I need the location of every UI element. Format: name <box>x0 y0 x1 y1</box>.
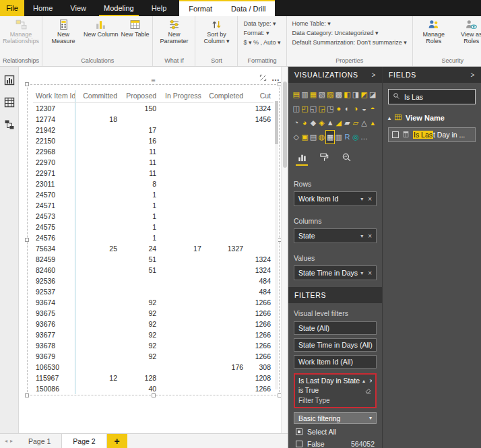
clear-filter-icon[interactable] <box>364 387 372 394</box>
visual-type-icon[interactable]: ◎ <box>352 131 360 143</box>
select-all-checkbox[interactable] <box>296 428 302 435</box>
ribbon-control-home-table[interactable]: Home Table: ▾ <box>292 20 407 27</box>
visual-type-icon[interactable]: … <box>360 131 368 143</box>
visual-type-icon[interactable]: ◑ <box>352 102 360 115</box>
chevron-down-icon[interactable]: ▾ <box>360 233 363 239</box>
ribbon-control-data-category-uncategorized[interactable]: Data Category: Uncategorized ▾ <box>292 30 407 36</box>
ribbon-control-auto[interactable]: $ ▾ % , Auto ▾ <box>243 39 280 46</box>
column-header-committed[interactable]: Committed <box>75 90 120 103</box>
collapse-filter-icon[interactable]: ▴ <box>360 378 365 384</box>
new-page-button[interactable]: + <box>107 434 127 448</box>
ribbon-control-format[interactable]: Format: ▾ <box>243 30 280 36</box>
new-measure-button[interactable]: New Measure <box>44 18 82 46</box>
visual-type-icon[interactable]: ◐ <box>344 102 352 115</box>
visual-type-icon[interactable]: ◰ <box>301 102 309 115</box>
tab-format[interactable] <box>319 152 329 163</box>
collapse-chevron-icon[interactable]: ▴ <box>388 115 391 121</box>
visual-type-icon[interactable]: ◈ <box>318 117 326 129</box>
page-tab-page-2[interactable]: Page 2 <box>61 434 106 448</box>
filter-option-false[interactable]: False 564052 <box>296 440 375 448</box>
visual-type-icon[interactable]: ◔ <box>292 117 300 129</box>
tab-help[interactable]: Help <box>143 0 176 16</box>
visual-type-icon[interactable]: ▤ <box>292 88 300 101</box>
ribbon-control-data-type[interactable]: Data type: ▾ <box>243 20 280 27</box>
table-row[interactable]: 93678921266 <box>33 340 274 351</box>
collapse-panel-icon[interactable]: > <box>371 71 376 79</box>
visual-type-icon[interactable]: ▣ <box>301 131 309 143</box>
values-well[interactable]: State Time in Days ▾ × <box>294 265 377 280</box>
rows-well[interactable]: Work Item Id ▾ × <box>294 191 377 206</box>
collapse-panel-icon[interactable]: > <box>470 71 475 79</box>
table-row[interactable]: 245731 <box>33 211 274 222</box>
table-row[interactable]: 93677921266 <box>33 329 274 340</box>
report-canvas[interactable]: ≡ … Work Item IdCommittedProposedIn Prog… <box>19 67 288 433</box>
remove-filter-icon[interactable]: × <box>369 377 372 385</box>
table-row[interactable]: 93675921266 <box>33 308 274 319</box>
visual-type-icon[interactable]: ▱ <box>352 117 360 129</box>
visual-type-icon-selected[interactable]: ▦ <box>326 131 334 143</box>
visual-type-icon[interactable]: ◢ <box>335 117 343 129</box>
visual-type-icon[interactable]: ▩ <box>335 88 343 101</box>
tab-format[interactable]: Format <box>179 1 222 16</box>
filter-chip-state-time-in-days-all[interactable]: State Time in Days (All) <box>294 338 377 352</box>
false-checkbox[interactable] <box>296 441 302 447</box>
visual-type-icon[interactable]: ▥ <box>301 88 309 101</box>
table-row[interactable]: 12774181456 <box>33 114 274 125</box>
prev-page-icon[interactable]: ◂ <box>5 438 7 444</box>
next-page-icon[interactable]: ▸ <box>10 438 13 444</box>
visual-type-icon[interactable]: ◩ <box>360 88 368 101</box>
visual-type-icon[interactable]: ▰ <box>344 117 352 129</box>
resize-handle[interactable] <box>25 238 29 242</box>
table-row[interactable]: 93676921266 <box>33 319 274 329</box>
table-row[interactable]: 2297011 <box>33 157 274 168</box>
table-row[interactable]: 230118 <box>33 179 274 189</box>
visual-type-icon[interactable]: ▴ <box>368 117 377 129</box>
visual-type-icon[interactable]: R <box>344 131 352 143</box>
remove-field-icon[interactable]: × <box>368 269 372 277</box>
field-checkbox[interactable] <box>392 131 399 138</box>
table-visual[interactable]: ≡ … Work Item IdCommittedProposedIn Prog… <box>27 84 280 395</box>
tab-data-drill[interactable]: Data / Drill <box>222 1 275 16</box>
column-header-work-item-id[interactable]: Work Item Id <box>33 90 75 103</box>
view-as-roles-button[interactable]: View as Roles <box>453 18 481 46</box>
table-row[interactable]: 106530176308 <box>33 362 274 373</box>
table-row[interactable]: 93679921266 <box>33 351 274 362</box>
visual-type-icon[interactable]: ◲ <box>318 102 326 115</box>
remove-field-icon[interactable]: × <box>368 232 372 240</box>
new-column-button[interactable]: New Column <box>82 18 120 38</box>
visual-type-icon[interactable]: ◳ <box>326 102 334 115</box>
column-header-cut[interactable]: Cut <box>246 90 274 103</box>
scrollbar-thumb[interactable] <box>283 82 287 168</box>
remove-field-icon[interactable]: × <box>368 195 372 203</box>
visual-type-icon[interactable]: ▥ <box>335 131 343 143</box>
chevron-down-icon[interactable]: ▾ <box>360 270 363 276</box>
field-table-view-name[interactable]: ▴ View Name <box>388 113 476 123</box>
table-row[interactable]: 2215016 <box>33 135 274 146</box>
scrollbar-thumb[interactable] <box>275 101 278 144</box>
visual-type-icon[interactable]: ◆ <box>309 117 317 129</box>
fields-search-input[interactable]: Is Las <box>388 89 476 104</box>
table-row[interactable]: 115967121281208 <box>33 373 274 383</box>
drag-grip[interactable]: ≡ <box>151 77 155 84</box>
report-view-button[interactable] <box>3 75 15 87</box>
field-is-last-day-in-state[interactable]: Is Last Day in ... <box>388 127 476 142</box>
tab-analytics[interactable] <box>341 152 352 163</box>
visual-type-icon[interactable]: ◒ <box>360 102 368 115</box>
tab-view[interactable]: View <box>61 0 95 16</box>
ribbon-control-default-summarization-don-t-summarize[interactable]: Default Summarization: Don't summarize ▾ <box>292 39 407 46</box>
column-header-in-progress[interactable]: In Progress <box>159 90 204 103</box>
new-parameter-button[interactable]: New Parameter <box>155 18 193 46</box>
visual-type-icon[interactable]: ● <box>335 102 343 115</box>
select-all-option[interactable]: Select All <box>296 428 375 436</box>
filter-chip-state-all[interactable]: State (All) <box>294 321 377 335</box>
visual-type-icon[interactable]: ◧ <box>344 88 352 101</box>
table-row[interactable]: 2194217 <box>33 125 274 135</box>
table-row[interactable]: 123071501324 <box>33 103 274 115</box>
table-row[interactable]: 82459511324 <box>33 254 274 265</box>
table-row[interactable]: 82460511324 <box>33 265 274 276</box>
table-row[interactable]: 93674921266 <box>33 297 274 308</box>
manage-roles-button[interactable]: Manage Roles <box>415 18 453 46</box>
visual-scrollbar[interactable] <box>275 101 278 389</box>
sort-by-column-button[interactable]: Sort by Column ▾ <box>197 18 235 46</box>
column-header-proposed[interactable]: Proposed <box>120 90 159 103</box>
